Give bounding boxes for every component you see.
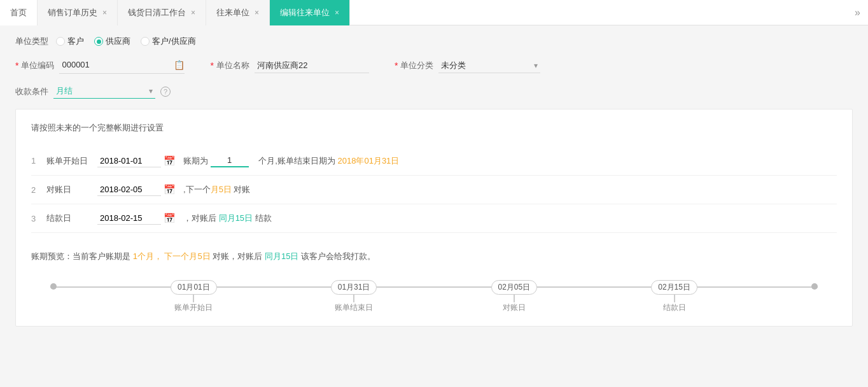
required-star-name: * (210, 60, 213, 71)
radio-both-circle (141, 37, 150, 46)
unit-type-group: 单位类型 客户 供应商 客户/供应商 (15, 36, 196, 47)
payment-condition-label: 收款条件 (15, 86, 48, 97)
timeline-connector-4 (674, 295, 675, 302)
preview-next-day-highlight: 下一个月5日 (164, 251, 210, 261)
payment-condition-select[interactable]: 月结 ▾ (53, 84, 155, 99)
timeline-left-dot (50, 283, 57, 290)
card-description: 请按照未来的一个完整帐期进行设置 (31, 122, 837, 134)
radio-customer[interactable]: 客户 (56, 36, 84, 47)
required-star-category: * (395, 60, 398, 71)
timeline-right-dot (811, 283, 818, 290)
start-date-input-wrap: 📅 (97, 155, 176, 167)
row-num-2: 2 (31, 185, 46, 195)
preview-months-highlight: 1个月， (133, 251, 162, 261)
tab-close-cash[interactable]: × (191, 8, 195, 17)
main-content: 单位类型 客户 供应商 客户/供应商 * 单位编码 (0, 25, 868, 387)
timeline-badge-2: 01月31日 (331, 280, 377, 295)
tab-home[interactable]: 首页 (0, 0, 38, 25)
end-date-highlight: 2018年01月31日 (338, 156, 400, 165)
unit-category-arrow-icon: ▾ (534, 61, 538, 70)
unit-category-value: 未分类 (441, 60, 531, 71)
tab-expand-button[interactable]: » (847, 7, 868, 18)
timeline-label-1: 账单开始日 (174, 302, 213, 313)
radio-customer-circle (56, 37, 65, 46)
timeline-node-2: 01月31日 账单结束日 (331, 280, 377, 313)
unit-type-label: 单位类型 (15, 36, 48, 47)
timeline-badge-1: 01月01日 (171, 280, 217, 295)
payment-date-input-wrap: 📅 (97, 212, 176, 225)
start-date-input[interactable] (97, 155, 161, 167)
timeline-badge-3: 02月05日 (491, 280, 538, 295)
unit-info-row: * 单位编码 📋 * 单位名称 * 单位分类 未分类 ▾ (15, 57, 853, 74)
payment-condition-wrap: 月结 ▾ ? (53, 84, 171, 99)
timeline-badge-4: 02月15日 (651, 280, 697, 295)
start-date-cal-icon[interactable]: 📅 (164, 155, 176, 167)
timeline-label-4: 结款日 (663, 302, 686, 313)
timeline-label-2: 账单结束日 (335, 302, 373, 313)
reconcile-date-input-wrap: 📅 (97, 183, 176, 196)
reconcile-date-input[interactable] (97, 183, 161, 196)
date-row-3: 3 结款日 📅 ，对账后 同月15日 结款 (31, 204, 837, 233)
timeline-connector-3 (514, 295, 515, 302)
tab-cash-work[interactable]: 钱货日清工作台 × (118, 0, 206, 25)
timeline-right-cap (811, 280, 818, 313)
tab-close-sales[interactable]: × (102, 8, 107, 17)
radio-supplier[interactable]: 供应商 (94, 36, 130, 47)
reconcile-desc: ,下一个月5日 对账 (183, 184, 250, 195)
timeline-label-3: 对账日 (503, 302, 526, 313)
timeline-left-cap (50, 280, 57, 313)
period-suffix: 个月,账单结束日期为 2018年01月31日 (256, 155, 400, 167)
unit-type-radio-group: 客户 供应商 客户/供应商 (56, 36, 196, 47)
date-row-1: 1 账单开始日 📅 账期为 个月,账单结束日期为 2018年01月31日 (31, 146, 837, 176)
row-label-payment: 结款日 (46, 213, 97, 224)
tab-bar: 首页 销售订单历史 × 钱货日清工作台 × 往来单位 × 编辑往来单位 × » (0, 0, 868, 25)
reconcile-date-cal-icon[interactable]: 📅 (164, 184, 176, 195)
payment-same-month-highlight: 同月15日 (219, 213, 253, 223)
timeline-connector-1 (193, 295, 194, 302)
preview-same-day-highlight: 同月15日 (265, 251, 298, 261)
unit-name-group: * 单位名称 (210, 58, 368, 73)
row-num-3: 3 (31, 214, 46, 223)
tab-edit-counterpart[interactable]: 编辑往来单位 × (270, 0, 350, 25)
tab-close-counterpart[interactable]: × (255, 8, 259, 17)
unit-type-row: 单位类型 客户 供应商 客户/供应商 (15, 36, 853, 47)
unit-name-label: 单位名称 (216, 60, 249, 71)
date-row-2: 2 对账日 📅 ,下一个月5日 对账 (31, 176, 837, 204)
unit-category-label: 单位分类 (400, 60, 433, 71)
timeline-node-3: 02月05日 对账日 (491, 280, 538, 313)
radio-supplier-circle (94, 37, 103, 46)
timeline-node-1: 01月01日 账单开始日 (171, 280, 217, 313)
tab-close-edit-counterpart[interactable]: × (335, 8, 339, 17)
row-label-reconcile: 对账日 (46, 184, 97, 195)
period-settings-card: 请按照未来的一个完整帐期进行设置 1 账单开始日 📅 账期为 个月,账单结束日期… (15, 109, 853, 327)
unit-code-input[interactable] (59, 57, 171, 72)
timeline-connector-2 (353, 295, 354, 302)
timeline-container: 01月01日 账单开始日 01月31日 账单结束日 02月05日 对账日 (31, 280, 837, 313)
unit-name-input[interactable] (255, 58, 369, 73)
unit-code-label: 单位编码 (21, 60, 54, 71)
row-label-start: 账单开始日 (46, 155, 97, 167)
required-star-code: * (15, 60, 18, 71)
timeline-items: 01月01日 账单开始日 01月31日 账单结束日 02月05日 对账日 (50, 280, 818, 313)
unit-category-select[interactable]: 未分类 ▾ (438, 59, 540, 73)
period-preview: 账期预览：当前客户账期是 1个月， 下一个月5日 对账，对账后 同月15日 该客… (31, 243, 837, 262)
period-label: 账期为 (183, 155, 211, 167)
timeline-node-4: 02月15日 结款日 (651, 280, 697, 313)
payment-desc: ，对账后 同月15日 结款 (183, 213, 272, 224)
payment-date-cal-icon[interactable]: 📅 (164, 213, 176, 224)
tab-counterpart[interactable]: 往来单位 × (206, 0, 270, 25)
tab-sales-order-history[interactable]: 销售订单历史 × (38, 0, 118, 25)
unit-code-copy-icon[interactable]: 📋 (174, 60, 185, 70)
unit-code-input-wrap: 📋 (59, 57, 185, 74)
payment-date-input[interactable] (97, 212, 161, 225)
payment-condition-row: 收款条件 月结 ▾ ? (15, 84, 853, 99)
payment-condition-arrow-icon: ▾ (149, 87, 153, 95)
payment-condition-help-icon[interactable]: ? (160, 87, 171, 97)
payment-condition-value: 月结 (56, 85, 146, 97)
radio-both[interactable]: 客户/供应商 (141, 36, 196, 47)
period-months-input[interactable] (211, 154, 249, 167)
unit-code-group: * 单位编码 📋 (15, 57, 185, 74)
row-num-1: 1 (31, 156, 46, 165)
reconcile-next-highlight: 月5日 (211, 185, 232, 194)
unit-category-group: * 单位分类 未分类 ▾ (395, 59, 540, 73)
